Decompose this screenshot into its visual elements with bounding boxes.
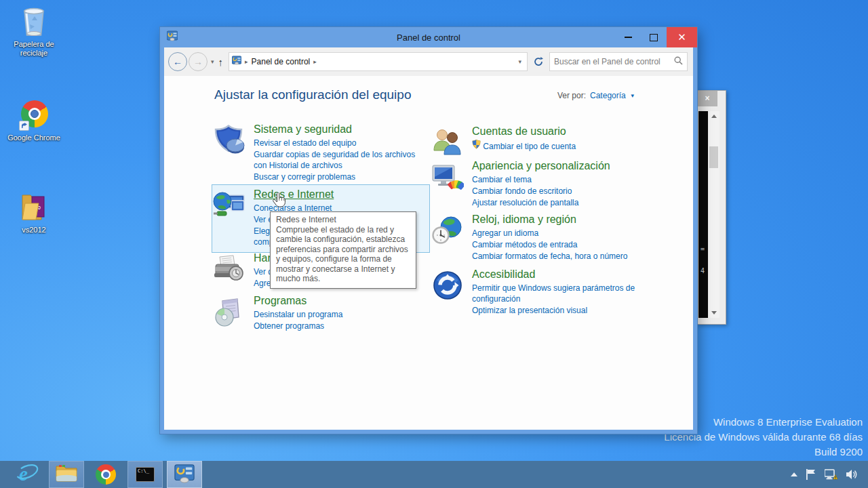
category-title[interactable]: Redes e Internet	[254, 188, 429, 201]
category-apariencia-y-personalizacion: Apariencia y personalización Cambiar el …	[431, 159, 610, 209]
category-title[interactable]: Apariencia y personalización	[472, 159, 610, 172]
category-cuentas-de-usuario: Cuentas de usuario	[431, 125, 576, 159]
category-link[interactable]: Cambiar el tema	[472, 174, 610, 185]
breadcrumb-item[interactable]: Panel de control	[252, 57, 311, 66]
file-explorer-icon	[56, 464, 77, 485]
security-shield-icon[interactable]	[213, 124, 245, 157]
back-button[interactable]: ←	[168, 52, 187, 71]
recent-pages-chevron-icon[interactable]: ▾	[211, 58, 214, 65]
tooltip-body: Compruebe el estado de la red y cambie l…	[276, 225, 410, 284]
background-window[interactable]: × =4	[697, 90, 726, 325]
category-link[interactable]: Cambiar fondo de escritorio	[472, 186, 610, 197]
category-link[interactable]: Ajustar resolución de pantalla	[472, 197, 610, 208]
search-box[interactable]	[549, 52, 688, 71]
category-link[interactable]: Desinstalar un programa	[254, 309, 342, 320]
close-button[interactable]: ✕	[667, 27, 697, 47]
titlebar[interactable]: Panel de control ✕	[160, 27, 697, 47]
category-accesibilidad: Accesibilidad Permitir que Windows sugie…	[431, 268, 645, 317]
category-reloj-idioma-region: Reloj, idioma y región Agregar un idioma…	[431, 213, 627, 262]
view-by-control: Ver por: Categoría ▼	[557, 91, 635, 100]
scrollbar-thumb[interactable]	[709, 146, 718, 168]
category-link[interactable]: Cambiar métodos de entrada	[472, 239, 627, 250]
category-link[interactable]: Permitir que Windows sugiera parámetros …	[472, 283, 645, 304]
uac-shield-icon	[472, 142, 483, 151]
breadcrumb[interactable]: ▸ Panel de control ▸ ▾	[229, 52, 528, 71]
close-icon[interactable]: ×	[697, 91, 717, 106]
taskbar-file-explorer-button[interactable]	[49, 461, 84, 488]
vs2012-folder-icon: ∞	[18, 190, 50, 224]
category-link[interactable]: Guardar copias de seguridad de los archi…	[254, 149, 429, 171]
category-programas: Programas Desinstalar un programa Obtene…	[213, 294, 342, 332]
control-panel-window: Panel de control ✕ ← → ▾ ↑	[160, 27, 697, 434]
up-button[interactable]: ↑	[218, 56, 224, 68]
taskbar-control-panel-button[interactable]	[167, 461, 202, 488]
category-sistema-y-seguridad: Sistema y seguridad Revisar el estado de…	[213, 123, 429, 183]
taskbar-chrome-button[interactable]	[88, 461, 123, 488]
command-prompt-icon: C:\_	[136, 467, 155, 482]
volume-icon[interactable]	[846, 469, 857, 480]
desktop-icon-label: Google Chrome	[3, 134, 65, 142]
scroll-down-icon[interactable]	[708, 308, 719, 318]
desktop-icon-label: Papelera de reciclaje	[3, 40, 65, 58]
scroll-up-icon[interactable]	[708, 111, 719, 121]
category-title[interactable]: Cuentas de usuario	[472, 125, 576, 138]
search-icon[interactable]	[674, 56, 683, 68]
desktop-icon-label: vs2012	[3, 226, 65, 235]
chrome-icon	[96, 464, 116, 485]
taskbar: e	[0, 461, 868, 488]
category-link[interactable]: Obtener programas	[254, 321, 342, 331]
hardware-printer-icon[interactable]	[213, 253, 245, 285]
forward-button[interactable]: →	[189, 52, 208, 71]
clock-language-region-icon[interactable]	[431, 214, 464, 247]
category-link[interactable]: Agregar un idioma	[472, 228, 627, 239]
scrollbar[interactable]	[708, 111, 719, 318]
tooltip-title: Redes e Internet	[276, 215, 410, 225]
refresh-button[interactable]	[530, 53, 547, 70]
background-window-content: =4	[698, 111, 708, 318]
maximize-button[interactable]	[641, 27, 667, 47]
desktop-icon-vs2012[interactable]: ∞ vs2012	[3, 190, 65, 235]
taskbar-command-prompt-button[interactable]: C:\_	[127, 461, 163, 488]
view-by-dropdown[interactable]: Categoría	[590, 91, 626, 100]
minimize-button[interactable]	[615, 27, 641, 47]
address-bar: ← → ▾ ↑ ▸ Panel de control ▸ ▾	[164, 47, 693, 77]
control-panel-icon	[174, 463, 195, 486]
category-link[interactable]: Revisar el estado del equipo	[254, 138, 429, 148]
category-link[interactable]: Buscar y corregir problemas	[254, 171, 429, 182]
category-title[interactable]: Programas	[254, 294, 342, 307]
ease-of-access-icon[interactable]	[431, 269, 464, 302]
desktop-icon-google-chrome[interactable]: Google Chrome	[3, 99, 65, 142]
desktop[interactable]: Papelera de reciclaje Google Chrome ∞ vs…	[0, 0, 868, 488]
shortcut-arrow-icon	[19, 121, 29, 131]
category-link[interactable]: Optimizar la presentación visual	[472, 305, 645, 316]
appearance-icon[interactable]	[431, 161, 464, 193]
control-panel-content: Ajustar la configuración del equipo Ver …	[164, 76, 693, 430]
network-warning-icon[interactable]	[825, 469, 837, 480]
tooltip: Redes e Internet Compruebe el estado de …	[270, 211, 416, 289]
category-link[interactable]: Cambiar el tipo de cuenta	[472, 140, 576, 152]
category-title[interactable]: Sistema y seguridad	[254, 123, 429, 136]
control-panel-icon	[232, 56, 241, 68]
user-accounts-icon[interactable]	[431, 126, 464, 159]
category-title[interactable]: Reloj, idioma y región	[472, 213, 627, 226]
view-by-label: Ver por:	[557, 91, 586, 100]
programs-icon[interactable]	[213, 296, 245, 328]
breadcrumb-separator-icon[interactable]: ▸	[313, 58, 317, 65]
chrome-icon	[18, 99, 50, 131]
category-title[interactable]: Accesibilidad	[472, 268, 645, 281]
network-internet-icon[interactable]	[213, 189, 245, 222]
action-center-flag-icon[interactable]	[806, 469, 816, 480]
desktop-icon-recycle-bin[interactable]: Papelera de reciclaje	[3, 5, 65, 58]
hidden-icons-chevron[interactable]	[791, 472, 797, 476]
internet-explorer-icon: e	[16, 462, 39, 487]
category-link[interactable]: Cambiar formatos de fecha, hora o número	[472, 251, 627, 262]
taskbar-internet-explorer-button[interactable]: e	[9, 461, 45, 488]
page-title: Ajustar la configuración del equipo	[214, 87, 411, 102]
breadcrumb-separator-icon: ▸	[245, 58, 248, 65]
address-dropdown-icon[interactable]: ▾	[515, 58, 524, 65]
recycle-bin-icon	[18, 5, 50, 38]
search-input[interactable]	[550, 57, 674, 66]
chevron-down-icon[interactable]: ▼	[630, 93, 635, 99]
